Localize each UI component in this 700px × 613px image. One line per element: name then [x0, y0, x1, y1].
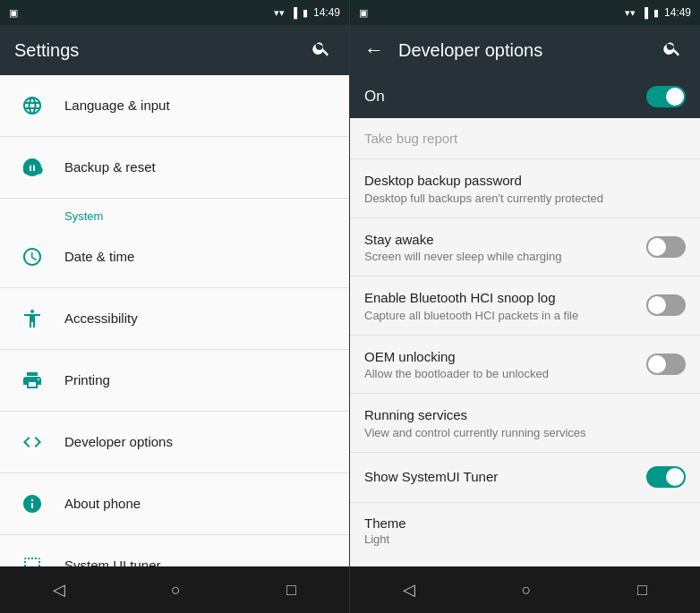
accessibility-title: Accessibility [64, 310, 335, 328]
about-text: About phone [64, 495, 335, 513]
stay-awake-title: Stay awake [364, 231, 646, 249]
about-title: About phone [64, 495, 335, 513]
bug-report-label: Take bug report [364, 131, 457, 146]
backup-text: Backup & reset [64, 158, 335, 176]
signal-icon: ▐ [290, 7, 297, 18]
home-button-right[interactable]: ○ [504, 574, 550, 607]
developer-options-list: Take bug report Desktop backup password … [350, 118, 700, 566]
running-services-text: Running services View and control curren… [364, 406, 686, 439]
backup-title: Backup & reset [64, 158, 335, 176]
oem-unlock-text: OEM unlocking Allow the bootloader to be… [364, 348, 646, 381]
stay-awake-text: Stay awake Screen will never sleep while… [364, 231, 646, 264]
settings-item-datetime[interactable]: Date & time [0, 226, 349, 288]
settings-item-printing[interactable]: Printing [0, 350, 349, 412]
tuner-icon [14, 548, 50, 566]
printing-text: Printing [64, 371, 335, 389]
language-text: Language & input [64, 97, 335, 115]
status-time-right: 14:49 [664, 6, 691, 19]
settings-item-systemui[interactable]: System UI tuner [0, 535, 349, 566]
signal-icon-right: ▐ [641, 7, 648, 18]
status-left: ▣ [9, 7, 18, 19]
developer-title: Developer options [64, 433, 335, 451]
back-button-left[interactable]: ◁ [35, 573, 83, 607]
running-services-subtitle: View and control currently running servi… [364, 426, 686, 439]
settings-list: Language & input Backup & reset System D… [0, 75, 349, 566]
status-right: ▾▾ ▐ ▮ 14:49 [274, 6, 340, 19]
desktop-backup-title: Desktop backup password [364, 172, 686, 190]
clock-icon [14, 239, 50, 275]
oem-unlock-toggle[interactable] [646, 353, 686, 375]
wifi-icon-right: ▾▾ [625, 7, 636, 19]
settings-item-accessibility[interactable]: Accessibility [0, 288, 349, 350]
settings-item-about[interactable]: About phone [0, 473, 349, 535]
theme-item[interactable]: Theme Light [350, 503, 700, 558]
show-systemui-item[interactable]: Show SystemUI Tuner [350, 453, 700, 503]
show-systemui-text: Show SystemUI Tuner [364, 468, 646, 486]
show-systemui-title: Show SystemUI Tuner [364, 468, 646, 486]
recent-button-left[interactable]: □ [269, 574, 314, 607]
bluetooth-log-item[interactable]: Enable Bluetooth HCI snoop log Capture a… [350, 277, 700, 336]
oem-unlock-title: OEM unlocking [364, 348, 646, 366]
theme-title: Theme [364, 515, 686, 531]
theme-subtitle: Light [364, 532, 686, 546]
stay-awake-subtitle: Screen will never sleep while charging [364, 250, 646, 263]
language-icon [14, 88, 50, 123]
accessibility-icon [14, 301, 50, 336]
systemui-title: System UI tuner [64, 557, 335, 566]
status-bar-right: ▣ ▾▾ ▐ ▮ 14:49 [350, 0, 700, 25]
notification-icon: ▣ [9, 7, 18, 19]
settings-panel: ▣ ▾▾ ▐ ▮ 14:49 Settings Language & input [0, 0, 350, 613]
search-icon-right[interactable] [659, 35, 686, 66]
search-icon[interactable] [308, 35, 335, 66]
desktop-backup-subtitle: Desktop full backups aren't currently pr… [364, 192, 686, 205]
bluetooth-log-toggle[interactable] [646, 294, 686, 316]
on-off-row: On [350, 75, 700, 118]
recent-button-right[interactable]: □ [619, 574, 665, 607]
running-services-item[interactable]: Running services View and control curren… [350, 394, 700, 453]
language-title: Language & input [64, 97, 335, 115]
printing-title: Printing [64, 371, 335, 389]
developer-title-toolbar: Developer options [398, 40, 648, 61]
status-bar-left: ▣ ▾▾ ▐ ▮ 14:49 [0, 0, 349, 25]
accessibility-text: Accessibility [64, 310, 335, 328]
developer-toggle[interactable] [646, 86, 686, 107]
systemui-text: System UI tuner [64, 557, 335, 566]
status-time-left: 14:49 [313, 6, 340, 19]
settings-item-backup[interactable]: Backup & reset [0, 137, 349, 199]
info-icon [14, 486, 50, 522]
desktop-backup-text: Desktop backup password Desktop full bac… [364, 172, 686, 205]
notification-icon-right: ▣ [359, 7, 368, 19]
bluetooth-log-subtitle: Capture all bluetooth HCI packets in a f… [364, 309, 646, 322]
show-systemui-toggle[interactable] [646, 466, 686, 488]
developer-toolbar: ← Developer options [350, 25, 700, 75]
print-icon [14, 362, 50, 398]
settings-item-language[interactable]: Language & input [0, 75, 349, 137]
status-left-right: ▣ [359, 7, 368, 19]
home-button-left[interactable]: ○ [153, 574, 199, 607]
nav-bar-left: ◁ ○ □ [0, 566, 349, 613]
stay-awake-toggle[interactable] [646, 236, 686, 258]
wifi-icon: ▾▾ [274, 7, 285, 19]
developer-options-panel: ▣ ▾▾ ▐ ▮ 14:49 ← Developer options On Ta… [350, 0, 700, 613]
datetime-text: Date & time [64, 248, 335, 266]
status-right-right: ▾▾ ▐ ▮ 14:49 [625, 6, 691, 19]
stay-awake-item[interactable]: Stay awake Screen will never sleep while… [350, 218, 700, 277]
desktop-backup-item[interactable]: Desktop backup password Desktop full bac… [350, 159, 700, 218]
bug-report-item[interactable]: Take bug report [350, 118, 700, 159]
oem-unlock-item[interactable]: OEM unlocking Allow the bootloader to be… [350, 336, 700, 395]
oem-unlock-subtitle: Allow the bootloader to be unlocked [364, 367, 646, 380]
section-header-system: System [0, 199, 349, 226]
settings-toolbar: Settings [0, 25, 349, 75]
code-icon [14, 424, 50, 460]
battery-icon: ▮ [303, 7, 308, 19]
bluetooth-log-text: Enable Bluetooth HCI snoop log Capture a… [364, 289, 646, 322]
backup-icon [14, 149, 50, 185]
developer-text: Developer options [64, 433, 335, 451]
running-services-title: Running services [364, 406, 686, 424]
back-icon[interactable]: ← [364, 38, 384, 62]
settings-title: Settings [14, 40, 297, 61]
back-button-right[interactable]: ◁ [385, 573, 433, 607]
datetime-title: Date & time [64, 248, 335, 266]
bluetooth-log-title: Enable Bluetooth HCI snoop log [364, 289, 646, 307]
settings-item-developer[interactable]: Developer options [0, 412, 349, 473]
